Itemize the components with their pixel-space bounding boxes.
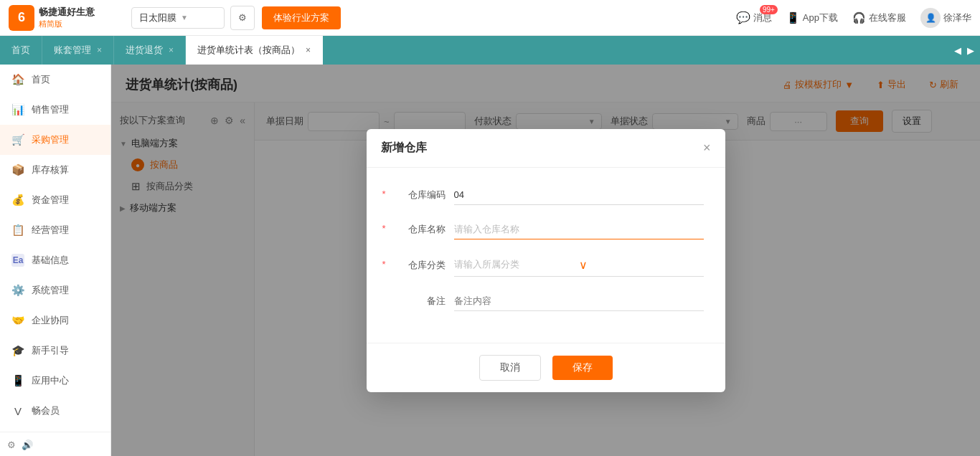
name-label: 仓库名称	[388, 223, 446, 236]
modal-overlay: 新增仓库 × 仓库编码 仓库名称 仓库分类	[111, 65, 980, 456]
form-row-category: 仓库分类 请输入所属分类 ∨	[388, 254, 704, 277]
message-badge: 99+	[760, 5, 778, 14]
category-select[interactable]: 请输入所属分类 ∨	[454, 254, 704, 277]
finance-icon: 💰	[11, 194, 24, 206]
home-icon: 🏠	[11, 73, 24, 86]
tab-purchase-return-label: 进货退货	[126, 44, 163, 57]
enterprise-icon: 🤝	[11, 314, 24, 327]
chevron-down-icon: ▼	[181, 14, 188, 22]
sidebar-item-basic-info[interactable]: Ea 基础信息	[0, 245, 110, 275]
category-placeholder: 请输入所属分类	[454, 258, 579, 271]
message-item[interactable]: 💬 消息 99+	[736, 11, 772, 24]
operations-icon: 📋	[11, 224, 24, 237]
sidebar-item-vip-label: 畅会员	[32, 404, 60, 417]
modal-footer: 取消 保存	[367, 343, 725, 392]
save-button[interactable]: 保存	[552, 356, 613, 380]
sidebar-item-guide-label: 新手引导	[32, 344, 69, 357]
app-download-item[interactable]: 📱 App下载	[786, 11, 838, 24]
logo-area: 6 畅捷通好生意 精简版	[9, 5, 120, 31]
tab-accounts[interactable]: 账套管理 ×	[42, 36, 114, 65]
trial-button[interactable]: 体验行业方案	[262, 6, 341, 29]
system-icon: ⚙️	[11, 284, 24, 297]
sidebar-item-finance[interactable]: 💰 资金管理	[0, 185, 110, 215]
category-chevron-icon: ∨	[579, 258, 704, 272]
user-item[interactable]: 👤 徐泽华	[920, 8, 971, 28]
settings-icon[interactable]: ⚙	[230, 6, 255, 30]
sidebar-item-basic-info-label: 基础信息	[32, 254, 69, 267]
code-label: 仓库编码	[388, 189, 446, 201]
tab-purchase-return-close[interactable]: ×	[169, 45, 174, 55]
form-row-code: 仓库编码	[388, 185, 704, 205]
sidebar: 🏠 首页 📊 销售管理 🛒 采购管理 📦 库存核算 💰 资金管理 📋 经营管理 …	[0, 65, 111, 456]
tab-home[interactable]: 首页	[0, 36, 42, 65]
user-name: 徐泽华	[943, 11, 971, 24]
store-selector[interactable]: 日太阳膜 ▼	[131, 7, 225, 29]
main-layout: 🏠 首页 📊 销售管理 🛒 采购管理 📦 库存核算 💰 资金管理 📋 经营管理 …	[0, 65, 980, 456]
sidebar-item-finance-label: 资金管理	[32, 194, 69, 206]
form-row-name: 仓库名称	[388, 219, 704, 239]
header-right: 💬 消息 99+ 📱 App下载 🎧 在线客服 👤 徐泽华	[736, 8, 971, 28]
tab-controls: ◀ ▶	[954, 36, 980, 65]
modal-add-warehouse: 新增仓库 × 仓库编码 仓库名称 仓库分类	[367, 129, 725, 392]
sidebar-item-sales[interactable]: 📊 销售管理	[0, 95, 110, 125]
tab-home-label: 首页	[11, 44, 30, 57]
store-name: 日太阳膜	[139, 11, 176, 24]
apps-icon: 📱	[11, 374, 24, 387]
online-service-label: 在线客服	[869, 11, 906, 24]
logo-icon: 6	[9, 5, 34, 31]
headset-icon: 🎧	[852, 11, 866, 24]
avatar: 👤	[920, 8, 941, 28]
purchase-icon: 🛒	[11, 133, 24, 146]
modal-title: 新增仓库	[381, 141, 427, 156]
sidebar-bottom: ⚙ 🔊	[0, 432, 110, 456]
name-input[interactable]	[454, 219, 704, 239]
content-area: 进货单统计(按商品) 🖨 按模板打印 ▼ ⬆ 导出 ↻ 刷新	[111, 65, 980, 456]
sidebar-item-purchase-label: 采购管理	[32, 133, 69, 146]
modal-close-button[interactable]: ×	[703, 141, 711, 154]
sidebar-item-operations-label: 经营管理	[32, 224, 69, 237]
tab-prev-icon[interactable]: ◀	[954, 45, 961, 56]
app-download-label: App下载	[803, 11, 838, 24]
sidebar-volume-icon[interactable]: 🔊	[22, 440, 33, 450]
tab-purchase-stats[interactable]: 进货单统计表（按商品） ×	[186, 36, 323, 65]
sidebar-item-vip[interactable]: V 畅会员	[0, 396, 110, 426]
vip-icon: V	[11, 404, 24, 417]
code-input[interactable]	[454, 185, 704, 205]
mobile-icon: 📱	[786, 11, 800, 24]
cancel-button[interactable]: 取消	[479, 355, 541, 381]
tab-purchase-stats-label: 进货单统计表（按商品）	[197, 44, 300, 57]
sidebar-item-apps-label: 应用中心	[32, 374, 69, 387]
tab-accounts-label: 账套管理	[54, 44, 91, 57]
sidebar-item-home-label: 首页	[32, 73, 50, 86]
modal-body: 仓库编码 仓库名称 仓库分类 请输入所属分类 ∨	[367, 168, 725, 343]
logo-text: 畅捷通好生意 精简版	[39, 6, 95, 29]
sidebar-item-guide[interactable]: 🎓 新手引导	[0, 336, 110, 366]
tab-purchase-return[interactable]: 进货退货 ×	[114, 36, 186, 65]
tab-accounts-close[interactable]: ×	[97, 45, 102, 55]
sidebar-item-operations[interactable]: 📋 经营管理	[0, 215, 110, 245]
inventory-icon: 📦	[11, 163, 24, 176]
sidebar-item-home[interactable]: 🏠 首页	[0, 65, 110, 95]
basic-info-icon: Ea	[11, 254, 24, 267]
category-label: 仓库分类	[388, 259, 446, 272]
sidebar-item-inventory[interactable]: 📦 库存核算	[0, 155, 110, 185]
note-label: 备注	[388, 295, 446, 308]
note-input[interactable]	[454, 291, 704, 311]
tab-next-icon[interactable]: ▶	[967, 45, 974, 56]
sidebar-item-sales-label: 销售管理	[32, 103, 69, 116]
sales-icon: 📊	[11, 103, 24, 116]
tab-purchase-stats-close[interactable]: ×	[306, 45, 311, 55]
sidebar-item-system-label: 系统管理	[32, 284, 69, 297]
sidebar-item-apps[interactable]: 📱 应用中心	[0, 366, 110, 396]
sidebar-item-enterprise-label: 企业协同	[32, 314, 69, 327]
sidebar-item-purchase[interactable]: 🛒 采购管理	[0, 125, 110, 155]
sidebar-settings-icon[interactable]: ⚙	[7, 440, 16, 450]
guide-icon: 🎓	[11, 344, 24, 357]
sidebar-item-system[interactable]: ⚙️ 系统管理	[0, 275, 110, 305]
top-header: 6 畅捷通好生意 精简版 日太阳膜 ▼ ⚙ 体验行业方案 💬 消息 99+ 📱 …	[0, 0, 980, 36]
form-row-note: 备注	[388, 291, 704, 311]
online-service-item[interactable]: 🎧 在线客服	[852, 11, 906, 24]
message-icon: 💬	[736, 11, 750, 24]
sidebar-item-enterprise[interactable]: 🤝 企业协同	[0, 305, 110, 336]
modal-header: 新增仓库 ×	[367, 129, 725, 168]
